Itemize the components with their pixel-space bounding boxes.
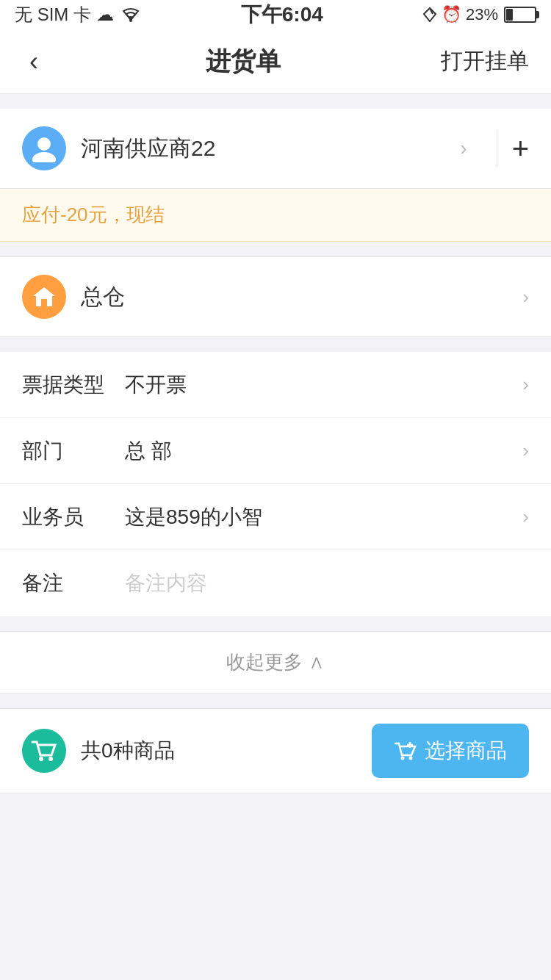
page-title: 进货单 xyxy=(206,45,281,79)
vertical-divider xyxy=(497,130,497,167)
department-value: 总 部 xyxy=(125,437,522,465)
invoice-type-chevron-icon: › xyxy=(522,373,529,396)
warehouse-chevron-icon: › xyxy=(522,286,529,309)
form-section: 票据类型 不开票 › 部门 总 部 › 业务员 这是859的小智 › 备注 备注… xyxy=(0,352,551,616)
svg-rect-5 xyxy=(41,299,47,306)
select-product-label: 选择商品 xyxy=(425,737,507,765)
nav-bar: ‹ 进货单 打开挂单 xyxy=(0,29,551,94)
form-row-salesperson[interactable]: 业务员 这是859的小智 › xyxy=(0,484,551,550)
back-button[interactable]: ‹ xyxy=(22,39,46,84)
svg-point-6 xyxy=(39,757,43,761)
product-icon xyxy=(22,729,66,773)
signal-text: 无 SIM 卡 ☁ xyxy=(15,3,114,26)
battery-icon xyxy=(504,7,536,23)
form-row-invoice-type[interactable]: 票据类型 不开票 › xyxy=(0,352,551,418)
person-icon xyxy=(30,134,58,162)
collapse-button[interactable]: 收起更多 ∧ xyxy=(0,631,551,693)
salesperson-value: 这是859的小智 xyxy=(125,503,522,531)
status-right: ⏰ 23% xyxy=(422,5,536,24)
bottom-fill xyxy=(0,793,551,980)
wifi-icon xyxy=(120,7,142,23)
note-label: 备注 xyxy=(22,569,110,597)
gap-1 xyxy=(0,94,551,109)
invoice-type-value: 不开票 xyxy=(125,371,522,399)
supplier-name: 河南供应商22 xyxy=(81,134,460,164)
location-icon xyxy=(422,7,437,23)
status-left: 无 SIM 卡 ☁ xyxy=(15,3,142,26)
svg-point-7 xyxy=(48,757,53,761)
status-bar: 无 SIM 卡 ☁ 下午6:04 ⏰ 23% xyxy=(0,0,551,29)
status-time: 下午6:04 xyxy=(241,1,323,29)
salesperson-chevron-icon: › xyxy=(522,505,529,528)
product-bar: 共0种商品 选择商品 xyxy=(0,708,551,793)
note-input[interactable]: 备注内容 xyxy=(125,569,529,597)
house-icon xyxy=(32,286,57,308)
svg-point-2 xyxy=(32,152,56,162)
salesperson-label: 业务员 xyxy=(22,503,110,531)
alarm-icon: ⏰ xyxy=(442,5,461,24)
department-label: 部门 xyxy=(22,437,110,465)
svg-marker-3 xyxy=(33,287,55,296)
open-pending-button[interactable]: 打开挂单 xyxy=(441,46,529,76)
warehouse-row[interactable]: 总仓 › xyxy=(0,256,551,337)
warehouse-icon xyxy=(22,275,66,319)
notice-banner: 应付-20元，现结 xyxy=(0,189,551,242)
svg-point-0 xyxy=(129,19,132,22)
select-cart-icon xyxy=(394,741,417,761)
invoice-type-label: 票据类型 xyxy=(22,371,110,399)
svg-point-9 xyxy=(409,757,413,760)
battery-percent: 23% xyxy=(466,5,498,24)
supplier-chevron-icon: › xyxy=(460,137,467,160)
select-product-button[interactable]: 选择商品 xyxy=(372,724,529,778)
form-row-department[interactable]: 部门 总 部 › xyxy=(0,418,551,484)
department-chevron-icon: › xyxy=(522,439,529,462)
supplier-avatar xyxy=(22,126,66,170)
cart-icon xyxy=(31,739,57,763)
add-supplier-button[interactable]: + xyxy=(512,132,529,165)
form-row-note[interactable]: 备注 备注内容 xyxy=(0,550,551,616)
supplier-row[interactable]: 河南供应商22 › + xyxy=(0,109,551,189)
svg-point-1 xyxy=(37,137,51,151)
product-count: 共0种商品 xyxy=(81,737,372,765)
svg-point-8 xyxy=(401,757,405,760)
warehouse-name: 总仓 xyxy=(81,282,522,312)
